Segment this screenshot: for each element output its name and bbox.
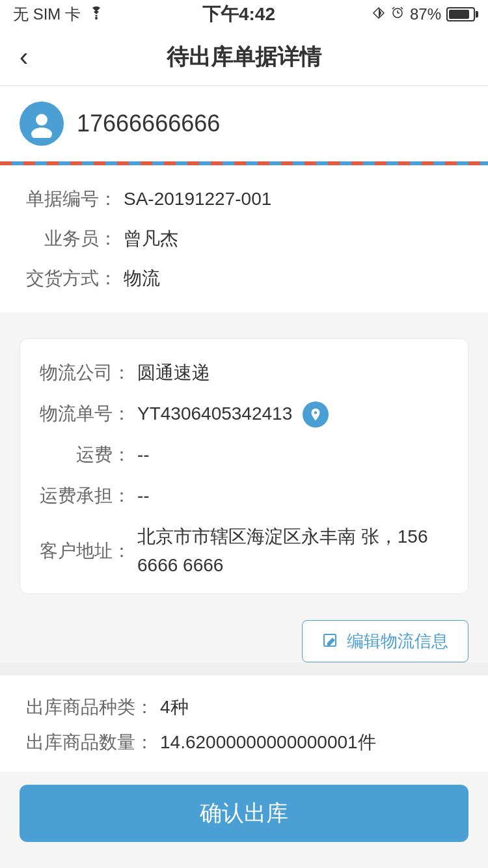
document-number-label: 单据编号： bbox=[26, 185, 117, 214]
freight-bearer-label: 运费承担： bbox=[40, 481, 131, 511]
freight-bearer-value: -- bbox=[137, 481, 448, 511]
alarm-icon bbox=[390, 5, 405, 23]
wifi-icon bbox=[87, 5, 105, 23]
gps-icon bbox=[372, 5, 385, 23]
tracking-value-group: YT4306405342413 bbox=[137, 400, 448, 429]
tracking-number-value: YT4306405342413 bbox=[137, 400, 292, 429]
nav-title: 待出库单据详情 bbox=[167, 42, 321, 72]
logistics-company-row: 物流公司： 圆通速递 bbox=[40, 359, 448, 388]
goods-types-value: 4种 bbox=[160, 695, 189, 720]
freight-label: 运费： bbox=[40, 441, 131, 470]
edit-button-label: 编辑物流信息 bbox=[347, 630, 448, 653]
address-value: 北京市市辖区海淀区永丰南 张，156 6666 6666 bbox=[137, 522, 448, 581]
section-divider bbox=[0, 662, 488, 675]
delivery-method-value: 物流 bbox=[124, 264, 462, 293]
goods-quantity-label: 出库商品数量： bbox=[26, 730, 154, 755]
status-time: 下午4:42 bbox=[202, 2, 275, 27]
status-bar: 无 SIM 卡 下午4:42 bbox=[0, 0, 488, 29]
freight-value: -- bbox=[137, 441, 448, 470]
logistics-company-label: 物流公司： bbox=[40, 359, 131, 388]
goods-section: 出库商品种类： 4种 出库商品数量： 14.62000000000000001件 bbox=[0, 675, 488, 778]
nav-bar: ‹ 待出库单据详情 bbox=[0, 29, 488, 86]
edit-logistics-button[interactable]: 编辑物流信息 bbox=[302, 620, 468, 662]
address-label: 客户地址： bbox=[40, 537, 131, 566]
svg-line-4 bbox=[392, 7, 394, 9]
location-icon[interactable] bbox=[303, 401, 329, 427]
delivery-method-label: 交货方式： bbox=[26, 264, 117, 293]
logistics-company-value: 圆通速递 bbox=[137, 359, 448, 388]
svg-point-0 bbox=[95, 17, 98, 20]
edit-icon bbox=[322, 632, 340, 651]
logistics-card: 物流公司： 圆通速递 物流单号： YT4306405342413 运费： -- bbox=[20, 338, 468, 594]
goods-quantity-value: 14.62000000000000001件 bbox=[160, 730, 376, 755]
confirm-outbound-button[interactable]: 确认出库 bbox=[20, 785, 468, 842]
document-number-row: 单据编号： SA-20191227-001 bbox=[26, 185, 462, 214]
goods-quantity-row: 出库商品数量： 14.62000000000000001件 bbox=[26, 730, 462, 755]
goods-types-row: 出库商品种类： 4种 bbox=[26, 695, 462, 720]
status-right: 87% bbox=[372, 5, 475, 23]
goods-types-label: 出库商品种类： bbox=[26, 695, 154, 720]
tracking-number-container: YT4306405342413 bbox=[137, 400, 448, 429]
carrier-text: 无 SIM 卡 bbox=[13, 4, 81, 25]
back-button[interactable]: ‹ bbox=[20, 42, 59, 72]
freight-row: 运费： -- bbox=[40, 441, 448, 470]
svg-point-7 bbox=[31, 128, 52, 138]
avatar bbox=[20, 102, 64, 146]
battery-icon bbox=[446, 7, 475, 21]
freight-bearer-row: 运费承担： -- bbox=[40, 481, 448, 511]
edit-btn-container: 编辑物流信息 bbox=[0, 607, 488, 662]
sales-person-value: 曾凡杰 bbox=[124, 224, 462, 254]
address-row: 客户地址： 北京市市辖区海淀区永丰南 张，156 6666 6666 bbox=[40, 522, 448, 581]
svg-line-5 bbox=[401, 7, 403, 9]
sales-person-label: 业务员： bbox=[26, 224, 117, 254]
delivery-method-row: 交货方式： 物流 bbox=[26, 264, 462, 293]
user-phone: 17666666666 bbox=[77, 110, 220, 137]
sales-person-row: 业务员： 曾凡杰 bbox=[26, 224, 462, 254]
document-number-value: SA-20191227-001 bbox=[124, 185, 462, 214]
tracking-number-row: 物流单号： YT4306405342413 bbox=[40, 400, 448, 429]
order-info-section: 单据编号： SA-20191227-001 业务员： 曾凡杰 交货方式： 物流 bbox=[0, 165, 488, 312]
svg-point-6 bbox=[36, 114, 47, 126]
confirm-button-label: 确认出库 bbox=[200, 798, 288, 828]
status-left: 无 SIM 卡 bbox=[13, 4, 105, 25]
tracking-number-label: 物流单号： bbox=[40, 400, 131, 429]
confirm-btn-container: 确认出库 bbox=[0, 772, 488, 868]
user-header: 17666666666 bbox=[0, 86, 488, 161]
battery-percentage: 87% bbox=[410, 5, 441, 23]
